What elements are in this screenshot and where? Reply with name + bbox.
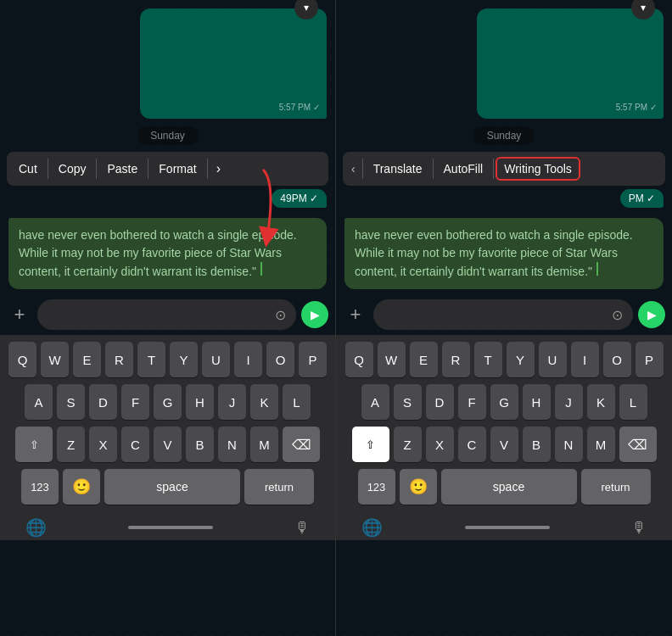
key-123-left[interactable]: 123 — [21, 469, 59, 505]
key-b-right[interactable]: B — [523, 427, 551, 462]
back-chevron-button[interactable]: ‹ — [346, 157, 361, 181]
key-row-1-right: Q W E R T Y U I O P — [339, 342, 669, 377]
key-m-left[interactable]: M — [250, 427, 278, 462]
key-v-left[interactable]: V — [154, 427, 182, 462]
key-i-left[interactable]: I — [234, 342, 262, 377]
key-z-left[interactable]: Z — [57, 427, 85, 462]
key-l-right[interactable]: L — [619, 384, 647, 420]
text-input-left[interactable]: ⊙ — [37, 299, 296, 330]
text-cursor-left — [260, 262, 262, 276]
key-o-left[interactable]: O — [266, 342, 294, 377]
key-e-left[interactable]: E — [73, 342, 101, 377]
key-space-right[interactable]: space — [441, 469, 577, 505]
writing-tools-button[interactable]: Writing Tools — [496, 157, 580, 181]
sticker-icon-left[interactable]: ⊙ — [275, 307, 286, 323]
context-toolbar-left: Cut Copy Paste Format › — [7, 152, 328, 186]
divider-3 — [148, 159, 148, 179]
key-u-right[interactable]: U — [539, 342, 567, 377]
key-c-left[interactable]: C — [121, 427, 149, 462]
scroll-down-button-right[interactable]: ▾ — [631, 0, 655, 20]
more-button[interactable]: › — [210, 156, 227, 181]
key-v-right[interactable]: V — [490, 427, 518, 462]
key-e-right[interactable]: E — [410, 342, 438, 377]
key-f-right[interactable]: F — [458, 384, 486, 420]
key-c-right[interactable]: C — [458, 427, 486, 462]
divider-r3 — [493, 159, 494, 179]
key-o-right[interactable]: O — [603, 342, 631, 377]
key-p-left[interactable]: P — [299, 342, 327, 377]
globe-icon-left[interactable]: 🌐 — [25, 517, 47, 538]
key-y-right[interactable]: Y — [507, 342, 535, 377]
key-b-left[interactable]: B — [186, 427, 214, 462]
key-t-left[interactable]: T — [137, 342, 165, 377]
plus-button-right[interactable]: + — [343, 304, 368, 326]
paste-button[interactable]: Paste — [98, 157, 146, 181]
top-bubble-area-right: ▾ 5:57 PM ✓ — [336, 0, 672, 123]
text-input-right[interactable]: ⊙ — [373, 299, 633, 330]
key-x-right[interactable]: X — [426, 427, 454, 462]
cut-button[interactable]: Cut — [10, 157, 46, 181]
key-k-right[interactable]: K — [587, 384, 615, 420]
key-k-left[interactable]: K — [250, 384, 278, 420]
send-button-right[interactable]: ▶ — [638, 301, 665, 328]
key-s-left[interactable]: S — [57, 384, 85, 420]
key-i-right[interactable]: I — [571, 342, 599, 377]
key-123-right[interactable]: 123 — [358, 469, 395, 505]
key-w-right[interactable]: W — [378, 342, 406, 377]
key-h-right[interactable]: H — [523, 384, 551, 420]
key-delete-left[interactable]: ⌫ — [283, 427, 320, 462]
sticker-icon-right[interactable]: ⊙ — [612, 307, 623, 323]
send-button-left[interactable]: ▶ — [301, 301, 328, 328]
key-l-left[interactable]: L — [283, 384, 311, 420]
key-return-right[interactable]: return — [581, 469, 651, 505]
mic-icon-right[interactable]: 🎙 — [631, 519, 647, 537]
scroll-down-button[interactable]: ▾ — [294, 0, 318, 20]
autofill-button[interactable]: AutoFill — [435, 157, 492, 181]
divider-r1 — [362, 159, 363, 179]
key-p-right[interactable]: P — [636, 342, 664, 377]
key-m-right[interactable]: M — [587, 427, 615, 462]
plus-button-left[interactable]: + — [7, 304, 32, 326]
key-return-left[interactable]: return — [244, 469, 314, 505]
key-n-right[interactable]: N — [555, 427, 583, 462]
key-n-left[interactable]: N — [218, 427, 246, 462]
key-t-right[interactable]: T — [474, 342, 502, 377]
key-g-left[interactable]: G — [154, 384, 182, 420]
mic-icon-left[interactable]: 🎙 — [294, 519, 310, 537]
key-x-left[interactable]: X — [89, 427, 117, 462]
key-h-left[interactable]: H — [186, 384, 214, 420]
key-a-right[interactable]: A — [361, 384, 389, 420]
copy-button[interactable]: Copy — [50, 157, 95, 181]
key-f-left[interactable]: F — [121, 384, 149, 420]
home-indicator-right — [465, 526, 550, 529]
day-label-left: Sunday — [138, 126, 198, 145]
context-toolbar-right: ‹ Translate AutoFill Writing Tools — [343, 152, 665, 186]
key-d-right[interactable]: D — [426, 384, 454, 420]
key-y-left[interactable]: Y — [170, 342, 198, 377]
key-shift-left[interactable]: ⇧ — [15, 427, 53, 462]
key-emoji-left[interactable]: 🙂 — [63, 469, 100, 505]
format-button[interactable]: Format — [150, 157, 204, 181]
key-shift-right[interactable]: ⇧ — [352, 427, 389, 462]
day-label-row-left: Sunday — [0, 123, 335, 148]
key-a-left[interactable]: A — [25, 384, 53, 420]
key-space-left[interactable]: space — [104, 469, 240, 505]
key-q-right[interactable]: Q — [345, 342, 373, 377]
key-delete-right[interactable]: ⌫ — [619, 427, 657, 462]
key-r-left[interactable]: R — [105, 342, 133, 377]
key-emoji-right[interactable]: 🙂 — [400, 469, 437, 505]
key-j-left[interactable]: J — [218, 384, 246, 420]
key-j-right[interactable]: J — [555, 384, 583, 420]
received-text-left: have never even bothered to watch a sing… — [19, 228, 297, 278]
globe-icon-right[interactable]: 🌐 — [361, 517, 383, 538]
key-d-left[interactable]: D — [89, 384, 117, 420]
key-u-left[interactable]: U — [202, 342, 230, 377]
key-q-left[interactable]: Q — [8, 342, 36, 377]
key-g-right[interactable]: G — [490, 384, 518, 420]
key-s-right[interactable]: S — [394, 384, 422, 420]
key-r-right[interactable]: R — [442, 342, 470, 377]
input-icons-right: ⊙ — [612, 307, 623, 323]
key-z-right[interactable]: Z — [394, 427, 422, 462]
translate-button[interactable]: Translate — [365, 157, 431, 181]
key-w-left[interactable]: W — [41, 342, 69, 377]
